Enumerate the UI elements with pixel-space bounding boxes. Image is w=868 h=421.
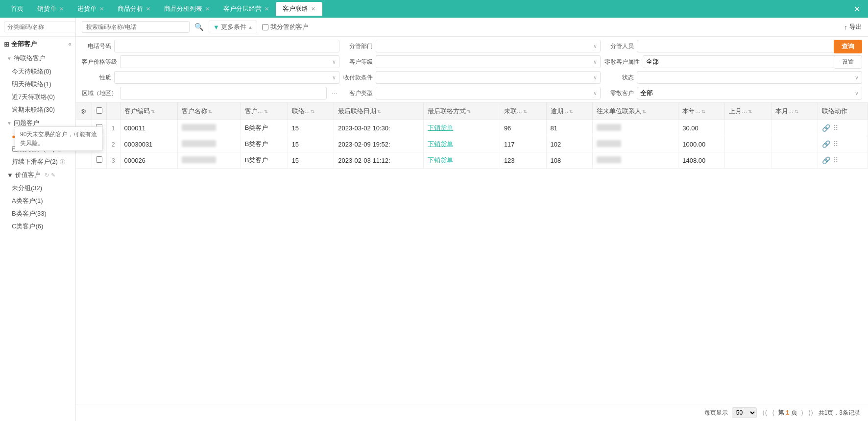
prev-page-button[interactable]: ⟨ bbox=[771, 409, 776, 417]
tab-customer-contact[interactable]: 客户联络 ✕ bbox=[276, 2, 322, 16]
my-customers-checkbox[interactable] bbox=[262, 24, 268, 30]
row-name bbox=[177, 152, 241, 169]
sidebar-item-class-b[interactable]: B类客户(33) bbox=[0, 207, 75, 220]
sidebar-group-value[interactable]: ▼ 价值客户 ↻ ✎ bbox=[0, 168, 75, 182]
settings-button[interactable]: 设置 bbox=[834, 55, 862, 69]
manager-select[interactable]: ∨ bbox=[637, 40, 849, 52]
next-page-button[interactable]: ⟩ bbox=[799, 409, 805, 417]
row-action-grid-icon[interactable]: ⠿ bbox=[833, 140, 838, 148]
sidebar-collapse-icon[interactable]: « bbox=[68, 41, 72, 48]
select-all-checkbox[interactable] bbox=[96, 107, 102, 114]
col-code[interactable]: 客户编码⇅ bbox=[120, 103, 177, 120]
col-name[interactable]: 客户名称⇅ bbox=[177, 103, 241, 120]
last-page-button[interactable]: ⟩⟩ bbox=[807, 409, 815, 417]
status-select[interactable]: ∨ bbox=[637, 71, 862, 84]
tab-sales[interactable]: 销货单 ✕ bbox=[30, 2, 71, 16]
price-level-select[interactable]: ∨ bbox=[120, 55, 339, 68]
this-year-sort-icon: ⇅ bbox=[701, 109, 705, 114]
dept-select[interactable]: ∨ bbox=[376, 40, 601, 52]
col-unit-contact[interactable]: 往来单位联系人⇅ bbox=[593, 103, 678, 120]
retail-customer-select[interactable]: 全部 ∨ bbox=[637, 87, 862, 99]
tab-purchase[interactable]: 进货单 ✕ bbox=[71, 2, 111, 16]
sidebar-item-class-a[interactable]: A类客户(1) bbox=[0, 195, 75, 207]
row-last-method[interactable]: 下销货单 bbox=[424, 152, 500, 169]
unit-contact-sort-icon: ⇅ bbox=[642, 109, 646, 114]
status-label: 状态 bbox=[604, 74, 634, 82]
tab-purchase-close[interactable]: ✕ bbox=[99, 6, 104, 12]
customer-level-select[interactable]: ∨ bbox=[376, 55, 601, 68]
sidebar-item-tomorrow[interactable]: 明天待联络(1) bbox=[0, 78, 75, 91]
window-close-icon[interactable]: ✕ bbox=[850, 4, 864, 14]
row-action-link-icon[interactable]: 🔗 bbox=[822, 140, 830, 148]
sidebar-search-input[interactable] bbox=[4, 22, 76, 32]
col-contact[interactable]: 联络...⇅ bbox=[288, 103, 334, 120]
sidebar-item-7days[interactable]: 近7天待联络(0) bbox=[0, 91, 75, 103]
all-customers-header[interactable]: ⊞ 全部客户 « bbox=[0, 37, 75, 51]
sidebar-item-class-c[interactable]: C类客户(6) bbox=[0, 220, 75, 233]
row-action-grid-icon[interactable]: ⠿ bbox=[833, 124, 838, 132]
col-last-month[interactable]: 上月...⇅ bbox=[725, 103, 772, 120]
value-edit-icon[interactable]: ✎ bbox=[51, 172, 55, 178]
col-type[interactable]: 客户...⇅ bbox=[241, 103, 288, 120]
row-number: 3 bbox=[106, 152, 120, 169]
retail-attr-select[interactable]: 全部 ∨ bbox=[643, 55, 862, 68]
adv-filter-row-3: 性质 ∨ 收付款条件 ∨ 状态 bbox=[82, 71, 862, 84]
customer-type-select[interactable]: ∨ bbox=[376, 87, 601, 99]
col-last-method[interactable]: 最后联络方式⇅ bbox=[424, 103, 500, 120]
value-refresh-icon[interactable]: ↻ bbox=[45, 172, 49, 178]
nature-select[interactable]: ∨ bbox=[114, 71, 339, 84]
advanced-filter-panel: 电话号码 分管部门 ∨ 分管人员 ∨ ··· bbox=[76, 37, 868, 103]
row-contact: 15 bbox=[288, 120, 334, 136]
row-last-method[interactable]: 下销货单 bbox=[424, 120, 500, 136]
phone-input[interactable] bbox=[114, 40, 339, 52]
tab-product-analysis[interactable]: 商品分析 ✕ bbox=[111, 2, 157, 16]
tab-product-analysis-list-close[interactable]: ✕ bbox=[205, 6, 210, 12]
my-customers-filter[interactable]: 我分管的客户 bbox=[262, 23, 309, 31]
row-last-method[interactable]: 下销货单 bbox=[424, 136, 500, 152]
nature-label: 性质 bbox=[82, 74, 111, 82]
sidebar-item-today[interactable]: 今天待联络(0) bbox=[0, 65, 75, 78]
tab-bar: 首页 销货单 ✕ 进货单 ✕ 商品分析 ✕ 商品分析列表 ✕ 客户分层经营 ✕ … bbox=[0, 0, 868, 18]
manager-field: 分管人员 ∨ ··· bbox=[604, 40, 862, 52]
col-last-date[interactable]: 最后联络日期⇅ bbox=[334, 103, 424, 120]
row-this-month bbox=[771, 152, 818, 169]
col-settings[interactable]: ⚙ bbox=[76, 103, 92, 120]
col-uncontacted[interactable]: 未联...⇅ bbox=[500, 103, 546, 120]
tab-customer-tier-close[interactable]: ✕ bbox=[265, 6, 269, 12]
payment-select[interactable]: ∨ bbox=[376, 71, 601, 84]
row-actions: 🔗 ⠿ bbox=[818, 152, 868, 169]
sidebar-item-declining[interactable]: 持续下滑客户(2) ⓘ bbox=[0, 155, 75, 168]
sidebar-item-ungrouped[interactable]: 未分组(32) bbox=[0, 182, 75, 195]
first-page-button[interactable]: ⟨⟨ bbox=[761, 409, 769, 417]
row-checkbox[interactable] bbox=[96, 156, 102, 163]
filter-search-input[interactable] bbox=[82, 21, 190, 33]
row-uncontacted: 117 bbox=[500, 136, 546, 152]
region-more-icon[interactable]: ··· bbox=[330, 89, 339, 97]
adv-filter-row-4: 区域（地区） ··· 客户类型 ∨ 零散客户 全部 ∨ bbox=[82, 87, 862, 99]
query-button[interactable]: 查询 bbox=[834, 40, 862, 53]
tab-home[interactable]: 首页 bbox=[4, 2, 30, 16]
status-arrow-icon: ∨ bbox=[855, 74, 859, 81]
price-level-label: 客户价格等级 bbox=[82, 58, 117, 66]
per-page-select[interactable]: 50 100 200 bbox=[732, 407, 757, 418]
tab-customer-tier[interactable]: 客户分层经营 ✕ bbox=[217, 2, 276, 16]
tab-product-analysis-list[interactable]: 商品分析列表 ✕ bbox=[157, 2, 217, 16]
table-settings-icon[interactable]: ⚙ bbox=[81, 108, 87, 115]
col-this-year[interactable]: 本年...⇅ bbox=[678, 103, 725, 120]
row-action-grid-icon[interactable]: ⠿ bbox=[833, 156, 838, 164]
filter-more-conditions[interactable]: ▼ 更多条件 ▲ bbox=[209, 21, 257, 33]
customer-level-field: 客户等级 ∨ bbox=[343, 55, 601, 68]
col-overdue[interactable]: 逾期...⇅ bbox=[546, 103, 593, 120]
tab-customer-contact-close[interactable]: ✕ bbox=[311, 6, 315, 12]
col-this-month[interactable]: 本月...⇅ bbox=[771, 103, 818, 120]
region-input[interactable] bbox=[120, 87, 327, 99]
filter-search-button[interactable]: 🔍 bbox=[194, 23, 204, 31]
sidebar-group-pending[interactable]: ▼ 待联络客户 bbox=[0, 51, 75, 65]
export-button[interactable]: ↑ 导出 bbox=[844, 23, 863, 31]
tab-product-analysis-close[interactable]: ✕ bbox=[146, 6, 150, 12]
row-action-link-icon[interactable]: 🔗 bbox=[822, 156, 830, 164]
row-action-link-icon[interactable]: 🔗 bbox=[822, 124, 830, 132]
price-level-field: 客户价格等级 ∨ bbox=[82, 55, 339, 68]
tab-sales-close[interactable]: ✕ bbox=[59, 6, 64, 12]
sidebar-item-overdue[interactable]: 逾期未联络(30) bbox=[0, 103, 75, 116]
